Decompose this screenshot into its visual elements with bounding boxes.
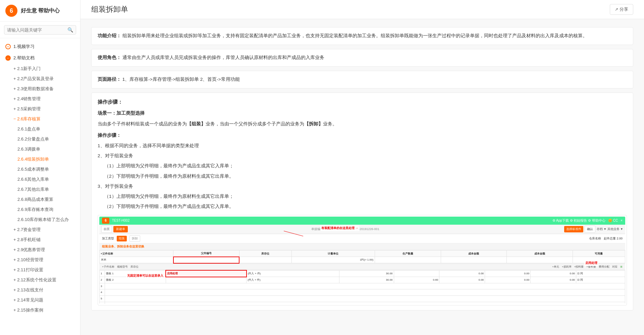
main-content: 功能介绍： 组装拆卸单用来处理企业组装或拆卸等加工业务，支持有固定装配清单的产品… xyxy=(80,19,644,335)
sidebar-item-2-6-3[interactable]: 2.6.3调拨单 xyxy=(0,144,80,154)
sidebar-item-2-2[interactable]: + 2.2产品安装及登录 xyxy=(0,74,80,84)
sidebar-item-2-6-10[interactable]: 2.6.10库存账本错了怎么办 xyxy=(0,215,80,225)
logo-area: 6 好生意 帮助中心 xyxy=(0,0,80,22)
sidebar-item-2-6-8[interactable]: 2.6.8商品成本重算 xyxy=(0,194,80,205)
step-3: 3、对于拆装业务 xyxy=(98,182,627,190)
step-2-2: （2）下部明细为子件明细，最终作为原材料生成其它出库单。 xyxy=(98,172,627,180)
path-label: 页面路径： xyxy=(98,77,121,82)
nav-item-docs[interactable]: − 2.帮助文档 + 2.1新手入门 + 2.2产品安装及登录 + 2.3使用前… xyxy=(0,52,80,315)
sidebar-item-2-5[interactable]: + 2.5采购管理 xyxy=(0,104,80,114)
sidebar: 6 好生意 帮助中心 🔍 + 1.视频学习 − 2.帮助文档 + 2.1新手入门… xyxy=(0,0,80,335)
annotation-label-1: 有装配清单的在这里处理 → xyxy=(320,225,360,231)
path-block: 页面路径： 1、库存核算->库存管理->组装拆卸单 2、首页->常用功能 xyxy=(91,71,633,89)
nav-item-docs-header[interactable]: − 2.帮助文档 xyxy=(0,52,80,64)
logo-icon: 6 xyxy=(5,5,17,17)
sidebar-item-2-7[interactable]: + 2.7资金管理 xyxy=(0,225,80,235)
search-area: 🔍 xyxy=(0,22,80,38)
share-button[interactable]: ↗ 分享 xyxy=(610,4,633,15)
sidebar-item-2-3[interactable]: + 2.3使用前数据准备 xyxy=(0,84,80,94)
sidebar-item-2-13[interactable]: + 2.13在线支付 xyxy=(0,285,80,295)
sidebar-item-2-6-5[interactable]: 2.6.5成本调整单 xyxy=(0,164,80,174)
share-icon: ↗ xyxy=(615,7,618,12)
main-area: 组装拆卸单 ↗ 分享 功能介绍： 组装拆卸单用来处理企业组装或拆卸等加工业务，支… xyxy=(80,0,644,335)
intro-block: 功能介绍： 组装拆卸单用来处理企业组装或拆卸等加工业务，支持有固定装配清单的产品… xyxy=(91,27,633,45)
annotation-label-4: 无固定清单可以在这里录入 xyxy=(126,273,164,279)
sidebar-item-2-6-4[interactable]: 2.6.4组装拆卸单 xyxy=(0,154,80,164)
sidebar-item-2-6-9[interactable]: 2.6.9库存账本查询 xyxy=(0,205,80,215)
intro-text: 组装拆卸单用来处理企业组装或拆卸等加工业务，支持有固定装配清单的产品加工业务，也… xyxy=(122,33,587,38)
nav-item-docs-label: 2.帮助文档 xyxy=(13,55,35,61)
step-2: 2、对于组装业务 xyxy=(98,152,627,160)
step-3-1: （1）上部明细为父件明细，最终作为原材料生成其它出库单； xyxy=(98,192,627,201)
step-2-1: （1）上部明细为父件明细，最终作为产成品生成其它入库单； xyxy=(98,162,627,170)
role-label: 使用角色： xyxy=(98,55,121,60)
sidebar-item-2-6-6[interactable]: 2.6.6其他入库单 xyxy=(0,174,80,184)
sidebar-item-2-9[interactable]: + 2.9优惠券管理 xyxy=(0,245,80,255)
annotation-label-3: 启用处理 xyxy=(584,260,598,266)
scenario1-title: 场景一：加工类型选择 xyxy=(98,109,627,117)
sidebar-item-2-11[interactable]: + 2.11打印设置 xyxy=(0,265,80,275)
sidebar-item-2-6-7[interactable]: 2.6.7其他出库单 xyxy=(0,184,80,194)
steps-list: 操作步骤： 1、根据不同的业务，选择不同单据的类型来处理 2、对于组装业务 （1… xyxy=(98,131,627,211)
screenshot-image: 6 TEST-H002 ⚙ App下载 ⚙ 初始报告 ⚙ 帮助中心 😊 CC ×… xyxy=(99,217,625,304)
sidebar-item-2-14[interactable]: + 2.14常见问题 xyxy=(0,295,80,305)
role-block: 使用角色： 通常由生产人员或库管人员完成拆装业务的操作，库管人员确认原材料的出库… xyxy=(91,49,633,67)
sidebar-item-2-10[interactable]: + 2.10经营管理 xyxy=(0,255,80,265)
sidebar-item-2-4[interactable]: + 2.4销售管理 xyxy=(0,94,80,104)
role-text: 通常由生产人员或库管人员完成拆装业务的操作，库管人员确认原材料的出库和产成品的入… xyxy=(122,55,324,60)
share-label: 分享 xyxy=(620,6,628,12)
step-3-2: （2）下部明细为子件明细，最终作为产成品生成其它入库单。 xyxy=(98,203,627,211)
nav-item-video-header[interactable]: + 1.视频学习 xyxy=(0,41,80,52)
main-header: 组装拆卸单 ↗ 分享 xyxy=(80,0,644,19)
steps-title: 操作步骤： xyxy=(98,98,627,106)
sidebar-item-2-6[interactable]: − 2.6库存核算 xyxy=(0,114,80,124)
intro-label: 功能介绍： xyxy=(98,33,121,38)
sidebar-item-2-15[interactable]: + 2.15操作案例 xyxy=(0,305,80,315)
search-input[interactable] xyxy=(7,27,67,33)
sidebar-item-2-12[interactable]: + 2.12系统个性化设置 xyxy=(0,275,80,285)
search-icon[interactable]: 🔍 xyxy=(67,27,73,33)
screenshot-container: 6 TEST-H002 ⚙ App下载 ⚙ 初始报告 ⚙ 帮助中心 😊 CC ×… xyxy=(98,215,627,305)
nav-item-video[interactable]: + 1.视频学习 xyxy=(0,41,80,52)
search-box: 🔍 xyxy=(4,25,76,35)
sidebar-item-2-6-1[interactable]: 2.6.1盘点单 xyxy=(0,124,80,134)
sidebar-item-2-1[interactable]: + 2.1新手入门 xyxy=(0,64,80,74)
step-1: 1、根据不同的业务，选择不同单据的类型来处理 xyxy=(98,142,627,150)
path-text: 1、库存核算->库存管理->组装拆卸单 2、首页->常用功能 xyxy=(122,77,240,82)
scenario1-desc: 当由多个子件材料组装成一个成品的业务为【组装】业务，当由一个父件拆分成多个子产品… xyxy=(98,120,627,128)
sidebar-item-2-6-2[interactable]: 2.6.2分量盘点单 xyxy=(0,134,80,144)
sidebar-item-2-8[interactable]: + 2.8手机旺铺 xyxy=(0,235,80,245)
minus-icon: − xyxy=(5,55,11,61)
plus-icon: + xyxy=(5,44,11,49)
steps-subtitle: 操作步骤： xyxy=(98,131,627,139)
steps-block: 操作步骤： 场景一：加工类型选择 当由多个子件材料组装成一个成品的业务为【组装】… xyxy=(91,93,633,311)
nav-list: + 1.视频学习 − 2.帮助文档 + 2.1新手入门 + 2.2产品安装及登录… xyxy=(0,38,80,335)
page-title: 组装拆卸单 xyxy=(91,4,128,14)
logo-text: 好生意 帮助中心 xyxy=(21,7,60,14)
nav-item-video-label: 1.视频学习 xyxy=(13,44,35,50)
sub-nav-docs: + 2.1新手入门 + 2.2产品安装及登录 + 2.3使用前数据准备 + 2.… xyxy=(0,64,80,315)
